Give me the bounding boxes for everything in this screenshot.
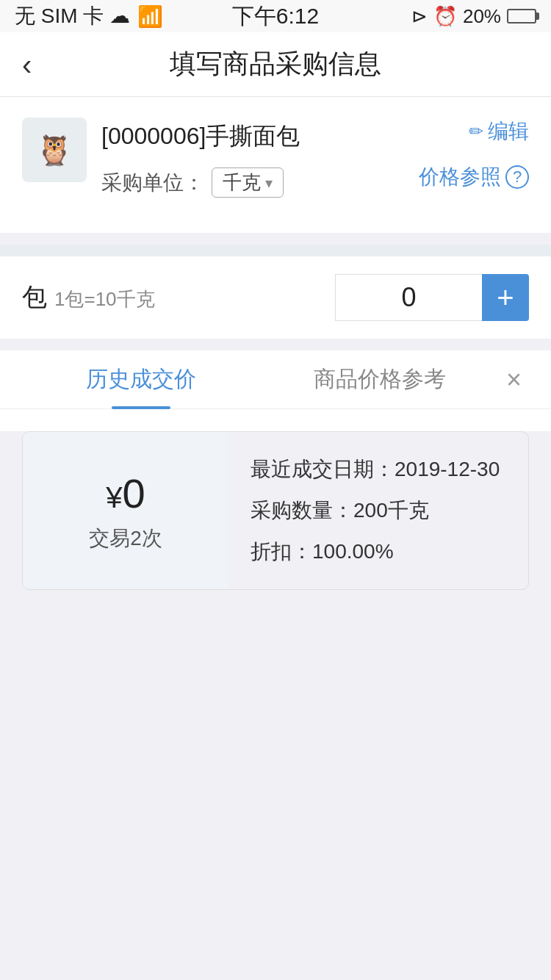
quantity-controls: 0 +: [335, 274, 529, 321]
quantity-sub-unit: 1包=10千克: [54, 287, 155, 312]
recent-date-value: 2019-12-30: [395, 458, 500, 480]
history-discount-row: 折扣：100.00%: [251, 536, 506, 567]
tab-section: 历史成交价 商品价格参考 × ¥0 交易2次 最近成交日期：2019-12-30…: [0, 350, 551, 872]
dropdown-arrow-icon: ▾: [265, 174, 273, 192]
history-quantity-row: 采购数量：200千克: [251, 495, 506, 526]
price-ref-button[interactable]: 价格参照 ?: [419, 160, 529, 191]
nav-bar: ‹ 填写商品采购信息: [0, 32, 551, 97]
history-date-row: 最近成交日期：2019-12-30: [251, 454, 506, 485]
currency-symbol: ¥: [106, 481, 122, 514]
product-header: 🦉 [0000006]手撕面包 采购单位： 千克 ▾ ✏ 编辑 价格参照: [22, 118, 529, 198]
back-button[interactable]: ‹: [22, 50, 32, 79]
gray-divider: [0, 245, 551, 256]
history-price-value: ¥0: [106, 469, 145, 517]
quantity-unit: 包: [22, 281, 47, 314]
unit-value: 千克: [223, 170, 261, 195]
quantity-label-text: 采购数量：: [251, 499, 353, 522]
price-number: 0: [123, 470, 145, 516]
quantity-plus-button[interactable]: +: [482, 274, 529, 321]
quantity-value: 200千克: [353, 499, 429, 522]
tab-history-price[interactable]: 历史成交价: [22, 350, 260, 409]
page-title: 填写商品采购信息: [170, 46, 381, 82]
edit-icon: ✏: [469, 121, 483, 142]
product-unit-row: 采购单位： 千克 ▾: [101, 167, 300, 198]
location-icon: ⊳: [411, 5, 428, 28]
alarm-icon: ⏰: [433, 5, 457, 28]
status-bar: 无 SIM 卡 ☁ 📶 下午6:12 ⊳ ⏰ 20%: [0, 0, 551, 32]
battery-percentage: 20%: [463, 5, 501, 28]
unit-select[interactable]: 千克 ▾: [212, 167, 284, 198]
discount-label: 折扣：: [251, 540, 312, 563]
info-icon: ?: [505, 165, 529, 189]
product-icon: 🦉: [36, 133, 73, 167]
history-price-section: ¥0 交易2次: [23, 432, 228, 589]
status-time: 下午6:12: [232, 1, 319, 32]
quantity-input[interactable]: 0: [335, 274, 482, 321]
history-trade-count: 交易2次: [89, 525, 162, 552]
quantity-label: 包 1包=10千克: [22, 281, 155, 314]
tab-content-area: ¥0 交易2次 最近成交日期：2019-12-30 采购数量：200千克 折扣：…: [0, 431, 551, 872]
history-details-section: 最近成交日期：2019-12-30 采购数量：200千克 折扣：100.00%: [228, 432, 528, 589]
quantity-row: 包 1包=10千克 0 +: [0, 256, 551, 339]
history-card: ¥0 交易2次 最近成交日期：2019-12-30 采购数量：200千克 折扣：…: [22, 431, 529, 590]
product-card: 🦉 [0000006]手撕面包 采购单位： 千克 ▾ ✏ 编辑 价格参照: [0, 97, 551, 233]
unit-label: 采购单位：: [101, 169, 204, 197]
tab-close-button[interactable]: ×: [499, 364, 529, 395]
wifi-icon: 📶: [137, 4, 163, 29]
tab-header: 历史成交价 商品价格参考 ×: [0, 350, 551, 409]
status-right: ⊳ ⏰ 20%: [411, 5, 536, 28]
tab-history-label: 历史成交价: [86, 364, 196, 394]
tab-price-ref-label: 商品价格参考: [314, 364, 446, 394]
product-info: [0000006]手撕面包 采购单位： 千克 ▾: [101, 118, 300, 198]
battery-icon: [507, 9, 536, 24]
price-ref-label: 价格参照: [419, 163, 501, 191]
product-name: [0000006]手撕面包: [101, 120, 300, 153]
discount-value: 100.00%: [312, 540, 394, 563]
tab-product-price-ref[interactable]: 商品价格参考: [260, 350, 498, 409]
product-thumbnail: 🦉: [22, 118, 87, 182]
edit-button[interactable]: ✏ 编辑: [469, 118, 529, 145]
status-left: 无 SIM 卡 ☁ 📶: [15, 2, 163, 30]
edit-label: 编辑: [488, 118, 529, 145]
sim-signal-text: 无 SIM 卡 ☁: [15, 2, 130, 30]
product-left: 🦉 [0000006]手撕面包 采购单位： 千克 ▾: [22, 118, 300, 198]
recent-date-label: 最近成交日期：: [251, 458, 395, 480]
